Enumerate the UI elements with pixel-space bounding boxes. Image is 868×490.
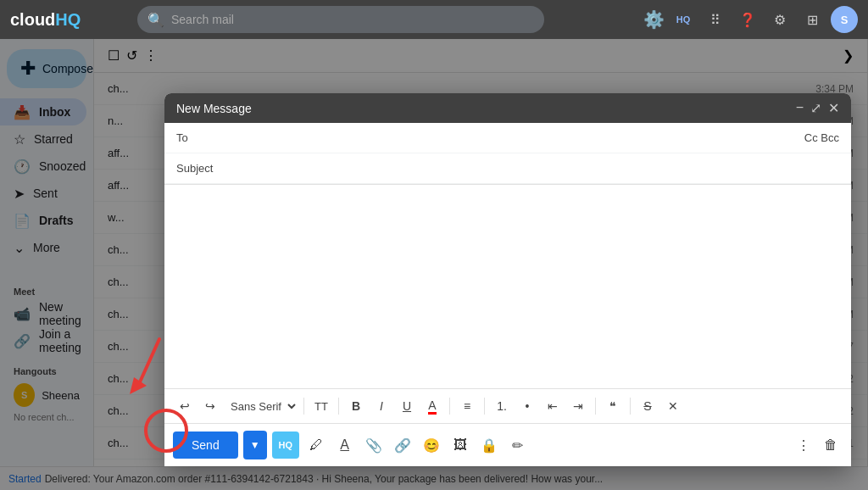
- more-options-button[interactable]: ⋮: [792, 433, 815, 457]
- delete-button[interactable]: 🗑: [819, 433, 843, 457]
- toolbar-divider: [303, 398, 304, 415]
- toolbar-divider-4: [484, 398, 485, 415]
- quote-button[interactable]: ❝: [601, 394, 625, 418]
- format-underline-icon[interactable]: A: [333, 433, 357, 457]
- compose-actions: Send ▼ HQ 🖊 A 📎 🔗 😊 🖼 🔒 ✏ ⋮ 🗑: [164, 423, 851, 466]
- unordered-list-button[interactable]: •: [515, 394, 539, 418]
- compose-header[interactable]: New Message − ⤢ ✕: [164, 93, 851, 123]
- ordered-list-button[interactable]: 1.: [490, 394, 514, 418]
- to-label: To: [176, 131, 214, 144]
- cloudhq-action-icon[interactable]: HQ: [272, 432, 299, 459]
- compose-to-field[interactable]: To Cc Bcc: [164, 123, 851, 153]
- toolbar-divider-3: [449, 398, 450, 415]
- minimize-icon[interactable]: −: [796, 100, 804, 116]
- compose-header-icons: − ⤢ ✕: [796, 100, 839, 116]
- top-icons: ⚙️ HQ ⠿ ❓ ⚙ ⊞ S: [643, 6, 858, 33]
- search-bar[interactable]: 🔍: [137, 6, 544, 33]
- top-bar: cloudHQ 🔍 ⚙️ HQ ⠿ ❓ ⚙ ⊞ S: [0, 0, 868, 39]
- maximize-icon[interactable]: ⤢: [810, 100, 821, 116]
- compose-header-title: New Message: [176, 102, 252, 115]
- link-icon[interactable]: 🔗: [391, 433, 415, 457]
- chevron-down-icon: ▼: [250, 439, 260, 451]
- toolbar-divider-6: [630, 398, 631, 415]
- toolbar-divider-5: [595, 398, 596, 415]
- logo: cloudHQ: [10, 10, 81, 30]
- avatar[interactable]: S: [831, 6, 858, 33]
- search-icon: 🔍: [147, 12, 164, 28]
- compose-body[interactable]: [164, 185, 851, 388]
- compose-fields: To Cc Bcc Subject: [164, 123, 851, 185]
- compose-window: New Message − ⤢ ✕ To Cc Bcc Subject ↩ ↪ …: [164, 93, 851, 466]
- font-family-select[interactable]: Sans Serif: [224, 399, 298, 414]
- underline-button[interactable]: U: [395, 394, 419, 418]
- attach-icon[interactable]: 📎: [362, 433, 386, 457]
- bold-button[interactable]: B: [344, 394, 368, 418]
- redo-button[interactable]: ↪: [198, 394, 222, 418]
- send-dropdown-button[interactable]: ▼: [243, 431, 267, 459]
- compose-right-actions: ⋮ 🗑: [792, 433, 843, 457]
- format-icon[interactable]: 🖊: [304, 433, 328, 457]
- image-icon[interactable]: 🖼: [448, 433, 472, 457]
- align-button[interactable]: ≡: [455, 394, 479, 418]
- search-input[interactable]: [171, 13, 534, 26]
- cc-bcc-label[interactable]: Cc Bcc: [804, 131, 839, 144]
- text-color-button[interactable]: A: [420, 394, 444, 418]
- send-button[interactable]: Send: [173, 432, 238, 459]
- remove-format-button[interactable]: ✕: [661, 394, 685, 418]
- close-icon[interactable]: ✕: [828, 100, 839, 116]
- font-size-button[interactable]: TT: [309, 394, 333, 418]
- subject-label: Subject: [176, 162, 214, 175]
- indent-left-button[interactable]: ⇤: [541, 394, 565, 418]
- italic-button[interactable]: I: [370, 394, 393, 418]
- strikethrough-button[interactable]: S: [636, 394, 659, 418]
- indent-right-button[interactable]: ⇥: [566, 394, 590, 418]
- emoji-icon[interactable]: 😊: [420, 433, 443, 457]
- apps-icon[interactable]: ⠿: [702, 6, 729, 33]
- pencil-icon[interactable]: ✏: [506, 433, 530, 457]
- help-icon[interactable]: ❓: [734, 6, 761, 33]
- settings-icon[interactable]: ⚙: [766, 6, 793, 33]
- compose-subject-field[interactable]: Subject: [164, 153, 851, 184]
- undo-button[interactable]: ↩: [173, 394, 197, 418]
- compose-toolbar: ↩ ↪ Sans Serif TT B I U A ≡ 1. • ⇤ ⇥ ❝ S…: [164, 388, 851, 423]
- logo-area: cloudHQ: [10, 10, 129, 30]
- filter-icon[interactable]: ⚙️: [643, 9, 665, 30]
- grid-icon[interactable]: ⊞: [798, 6, 826, 33]
- lock-icon[interactable]: 🔒: [477, 433, 501, 457]
- to-input[interactable]: [214, 131, 804, 145]
- cloudhq-icon[interactable]: HQ: [670, 6, 697, 33]
- toolbar-divider-2: [338, 398, 339, 415]
- subject-input[interactable]: [214, 162, 839, 175]
